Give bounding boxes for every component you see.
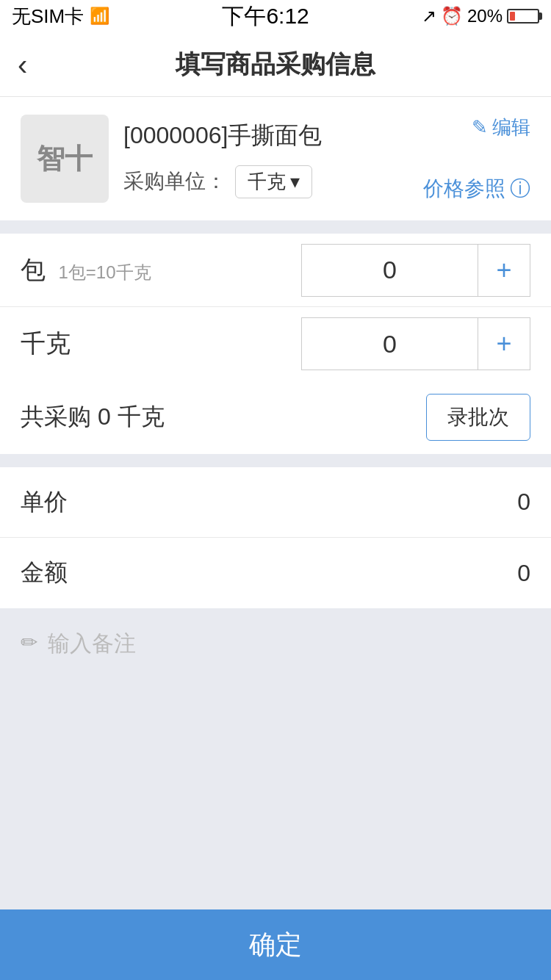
edit-label: 编辑	[492, 115, 530, 140]
edit-icon: ✎	[472, 116, 488, 139]
status-time: 下午6:12	[222, 1, 309, 32]
kg-plus-icon: +	[496, 328, 511, 359]
product-logo: 智十	[37, 140, 93, 178]
confirm-button[interactable]: 确定	[0, 909, 551, 980]
carrier-label: 无SIM卡	[12, 4, 84, 29]
amount-label: 金额	[21, 557, 68, 589]
status-right: ↗ ⏰ 20%	[422, 6, 539, 26]
edit-button[interactable]: ✎ 编辑	[472, 115, 530, 140]
bag-label: 包	[21, 256, 46, 284]
status-bar: 无SIM卡 📶 下午6:12 ↗ ⏰ 20%	[0, 0, 551, 32]
price-ref-label: 价格参照	[423, 175, 505, 203]
divider-2	[0, 454, 551, 467]
bag-sublabel: 1包=10千克	[58, 262, 151, 282]
content-area	[0, 682, 551, 932]
back-button[interactable]: ‹	[18, 48, 27, 81]
wifi-icon: 📶	[90, 7, 109, 26]
price-ref-icon: ⓘ	[510, 175, 530, 203]
price-section: 单价 0 金额 0	[0, 467, 551, 608]
bag-label-wrap: 包 1包=10千克	[21, 253, 301, 287]
nav-bar: ‹ 填写商品采购信息	[0, 32, 551, 97]
location-icon: ↗	[422, 6, 436, 26]
page-title: 填写商品采购信息	[176, 48, 375, 82]
bag-input[interactable]	[301, 244, 478, 297]
unit-selector[interactable]: 千克 ▾	[235, 165, 312, 198]
kg-field-wrap: +	[301, 317, 530, 370]
bag-input-row: 包 1包=10千克 +	[0, 234, 551, 307]
bag-plus-button[interactable]: +	[478, 244, 530, 297]
unit-price-value: 0	[517, 489, 530, 516]
unit-dropdown-icon: ▾	[290, 170, 300, 193]
total-row: 共采购 0 千克 录批次	[0, 381, 551, 454]
kg-input-row: 千克 +	[0, 307, 551, 381]
alarm-icon: ⏰	[441, 6, 463, 26]
bag-plus-icon: +	[496, 255, 511, 286]
product-image: 智十	[21, 115, 109, 203]
battery-icon	[507, 9, 539, 24]
divider-1	[0, 220, 551, 234]
input-section: 包 1包=10千克 + 千克 +	[0, 234, 551, 381]
kg-input[interactable]	[301, 317, 478, 370]
status-left: 无SIM卡 📶	[12, 4, 109, 29]
amount-row: 金额 0	[0, 538, 551, 608]
price-ref-button[interactable]: 价格参照 ⓘ	[423, 175, 530, 203]
unit-price-label: 单价	[21, 486, 68, 519]
unit-prefix-label: 采购单位：	[123, 167, 226, 195]
unit-price-row: 单价 0	[0, 467, 551, 538]
product-name: [0000006]手撕面包	[123, 120, 530, 152]
product-card: 智十 [0000006]手撕面包 采购单位： 千克 ▾ ✎ 编辑 价格参照 ⓘ	[0, 97, 551, 220]
unit-value: 千克	[248, 169, 286, 195]
notes-section[interactable]: ✏ 输入备注	[0, 608, 551, 682]
notes-placeholder: 输入备注	[48, 629, 136, 659]
kg-label: 千克	[21, 327, 301, 361]
pencil-icon: ✏	[21, 630, 37, 655]
kg-plus-button[interactable]: +	[478, 317, 530, 370]
bag-field-wrap: +	[301, 244, 530, 297]
amount-value: 0	[517, 560, 530, 587]
battery-percent: 20%	[467, 6, 503, 26]
total-label: 共采购 0 千克	[21, 401, 165, 433]
batch-button[interactable]: 录批次	[426, 394, 530, 441]
